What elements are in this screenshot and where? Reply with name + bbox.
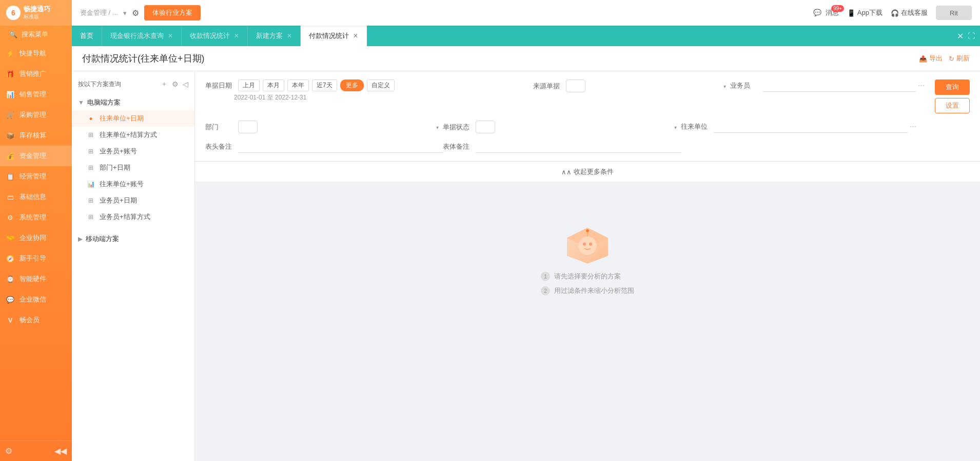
tip-num-2: 2 — [541, 286, 550, 295]
page-title: 付款情况统计(往来单位+日期) — [82, 52, 205, 65]
tab-payment-stat[interactable]: 付款情况统计 ✕ — [301, 26, 367, 46]
marketing-icon: 🎁 — [5, 69, 15, 79]
tab-receivable-close[interactable]: ✕ — [234, 32, 239, 39]
sidebar-item-cooperation[interactable]: 🤝 企业协同 — [0, 228, 72, 248]
sidebar-item-inventory[interactable]: 📦 库存核算 — [0, 125, 72, 146]
query-button[interactable]: 查询 — [935, 79, 970, 95]
sidebar-item-member[interactable]: V 畅会员 — [0, 310, 72, 330]
related-unit-input[interactable] — [714, 121, 908, 133]
sidebar-item-marketing[interactable]: 🎁 营销推广 — [0, 64, 72, 84]
tabs-maximize-icon[interactable]: ⛶ — [968, 32, 975, 40]
sidebar-item-wechat[interactable]: 💬 企业微信 — [0, 289, 72, 310]
sidebar-item-sales[interactable]: 📊 销售管理 — [0, 84, 72, 105]
plan-unit-date[interactable]: ● 往来单位+日期 — [72, 110, 194, 127]
sidebar-item-guide[interactable]: 🧭 新手引导 — [0, 248, 72, 269]
desktop-section: ▼ 电脑端方案 ● 往来单位+日期 ⊞ 往来单位+结算方式 ⊞ 业务员+账号 ⊞ — [72, 92, 194, 228]
plan-icon-6: ⊞ — [86, 196, 95, 205]
mobile-section-header[interactable]: ▶ 移动端方案 — [72, 231, 194, 247]
plan-dept-date[interactable]: ⊞ 部门+日期 — [72, 159, 194, 176]
dept-chevron: ▾ — [436, 124, 439, 130]
refresh-button[interactable]: ↻ 刷新 — [949, 54, 970, 63]
app-download-button[interactable]: 📱 App下载 — [847, 8, 883, 17]
sidebar-item-operations[interactable]: 📋 经营管理 — [0, 166, 72, 187]
dept-select[interactable] — [238, 121, 258, 133]
plan-unit-account[interactable]: 📊 往来单位+账号 — [72, 176, 194, 192]
content-area: 按以下方案查询 ＋ ⚙ ◁ ▼ 电脑端方案 ● 往来单位+日期 ⊞ 往来单位+结… — [72, 71, 980, 461]
section-expand-icon: ▼ — [78, 99, 84, 106]
sidebar-item-basic-info[interactable]: 🗃 基础信息 — [0, 187, 72, 207]
tab-home[interactable]: 首页 — [72, 26, 102, 46]
doc-status-filter: 单据状态 ▾ — [443, 121, 680, 133]
right-panel: 单据日期 上月 本月 本年 近7天 更多 自定义 2022-01-01 至 20… — [195, 71, 980, 461]
source-select[interactable] — [566, 79, 585, 92]
page-actions: 📤 导出 ↻ 刷新 — [919, 54, 970, 63]
collapse-sidebar-icon[interactable]: ◀◀ — [54, 446, 67, 456]
date-last-7days[interactable]: 近7天 — [312, 79, 337, 91]
svg-point-2 — [578, 236, 597, 255]
date-more[interactable]: 更多 — [340, 79, 364, 91]
export-icon: 📤 — [919, 55, 927, 63]
user-avatar[interactable]: Rit — [936, 6, 972, 20]
tab-receivable[interactable]: 收款情况统计 ✕ — [182, 26, 248, 46]
dropdown-icon[interactable]: ▾ — [123, 9, 127, 17]
date-last-month[interactable]: 上月 — [238, 79, 260, 91]
wechat-icon: 💬 — [5, 294, 15, 305]
tab-new-plan-close[interactable]: ✕ — [287, 32, 292, 39]
body-note-input[interactable] — [476, 141, 680, 153]
add-plan-button[interactable]: ＋ — [161, 79, 168, 89]
purchase-icon: 🛒 — [5, 110, 15, 120]
support-button[interactable]: 🎧 在线客服 — [891, 8, 928, 17]
message-button[interactable]: 💬 99+ 消息 — [813, 8, 839, 17]
export-button[interactable]: 📤 导出 — [919, 54, 943, 63]
plan-unit-settlement[interactable]: ⊞ 往来单位+结算方式 — [72, 127, 194, 143]
breadcrumb: 资金管理 / ... — [80, 8, 118, 17]
tabs-close-all-icon[interactable]: ✕ — [957, 31, 964, 41]
settings-bottom-icon[interactable]: ⚙ — [5, 446, 12, 456]
header-note-input[interactable] — [238, 141, 443, 153]
sidebar-item-finance[interactable]: 💰 资金管理 — [0, 146, 72, 166]
plan-icon-4: ⊞ — [86, 163, 95, 172]
sidebar-item-hardware[interactable]: ⌚ 智能硬件 — [0, 269, 72, 289]
panel-toolbar: 按以下方案查询 ＋ ⚙ ◁ — [72, 76, 194, 92]
operations-icon: 📋 — [5, 171, 15, 182]
related-unit-dots-button[interactable]: ··· — [908, 122, 918, 131]
doc-status-select[interactable] — [476, 121, 495, 133]
date-filter: 单据日期 上月 本月 本年 近7天 更多 自定义 2022-01-01 至 20… — [205, 79, 533, 102]
mobile-expand-icon: ▶ — [78, 235, 83, 243]
sidebar-item-purchase[interactable]: 🛒 采购管理 — [0, 105, 72, 125]
tab-payment-stat-close[interactable]: ✕ — [353, 32, 358, 39]
search-icon: 🔍 — [9, 31, 17, 38]
staff-input[interactable] — [763, 79, 916, 92]
empty-tips: 1 请先选择要分析的方案 2 用过滤条件来缩小分析范围 — [541, 272, 634, 295]
main-content: 付款情况统计(往来单位+日期) 📤 导出 ↻ 刷新 按以下方案查询 ＋ ⚙ ◁ — [72, 46, 980, 461]
guide-icon: 🧭 — [5, 253, 15, 264]
sidebar-item-quick-nav[interactable]: ⚡ 快捷导航 — [0, 43, 72, 64]
basic-info-icon: 🗃 — [5, 192, 15, 202]
tab-bank[interactable]: 现金银行流水查询 ✕ — [102, 26, 182, 46]
plan-employee-date[interactable]: ⊞ 业务员+日期 — [72, 192, 194, 209]
header-right: 💬 99+ 消息 📱 App下载 🎧 在线客服 Rit — [813, 6, 972, 20]
svg-point-6 — [586, 229, 589, 232]
panel-collapse-button[interactable]: ◁ — [183, 80, 188, 88]
tab-bank-close[interactable]: ✕ — [168, 32, 173, 39]
filter-buttons: 查询 设置 — [927, 79, 970, 113]
header-left: 资金管理 / ... ▾ ⚙ 体验行业方案 — [80, 5, 201, 21]
date-this-month[interactable]: 本月 — [263, 79, 284, 91]
sidebar-item-search[interactable]: 🔍 搜索菜单 — [0, 26, 72, 43]
settings-button[interactable]: 设置 — [935, 98, 970, 113]
tab-new-plan[interactable]: 新建方案 ✕ — [248, 26, 301, 46]
page-header: 付款情况统计(往来单位+日期) 📤 导出 ↻ 刷新 — [72, 46, 980, 71]
left-panel: 按以下方案查询 ＋ ⚙ ◁ ▼ 电脑端方案 ● 往来单位+日期 ⊞ 往来单位+结… — [72, 71, 195, 461]
plan-employee-account[interactable]: ⊞ 业务员+账号 — [72, 143, 194, 159]
trial-button[interactable]: 体验行业方案 — [144, 5, 201, 21]
settings-icon[interactable]: ⚙ — [132, 8, 139, 18]
plan-settings-button[interactable]: ⚙ — [172, 80, 179, 88]
date-custom[interactable]: 自定义 — [367, 79, 395, 91]
desktop-section-header[interactable]: ▼ 电脑端方案 — [72, 95, 194, 110]
date-this-year[interactable]: 本年 — [287, 79, 309, 91]
collapse-conditions-button[interactable]: ∧∧ 收起更多条件 — [195, 162, 980, 182]
plan-employee-settlement[interactable]: ⊞ 业务员+结算方式 — [72, 209, 194, 225]
sidebar-item-system[interactable]: ⚙ 系统管理 — [0, 207, 72, 228]
staff-dots-button[interactable]: ··· — [916, 81, 927, 90]
collapse-up-icon: ∧∧ — [561, 168, 572, 176]
